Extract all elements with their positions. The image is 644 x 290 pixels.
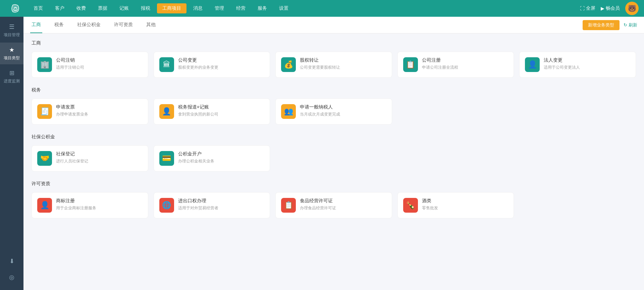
nav-item-工商项目[interactable]: 工商项目: [157, 3, 186, 13]
main-layout: ☰ 项目管理 ★ 项目类型 ⊞ 进度监测 ⬇ ◎ 工商 税务 社保公积金: [0, 17, 644, 290]
card-trademark[interactable]: 👤 商标注册 用于企业商标注册服务: [32, 192, 148, 218]
card-info: 申请一般纳税人 当月或次月成变更完成: [300, 104, 386, 117]
nav-item-客户[interactable]: 客户: [50, 3, 70, 13]
card-info: 进出口权办理 适用于对外贸易经营者: [178, 198, 265, 211]
card-desc: 适用于对外贸易经营者: [178, 205, 265, 211]
company-change-icon: 🏛: [159, 57, 174, 72]
card-desc: 适用于注销公司: [56, 65, 143, 70]
nav-item-记账[interactable]: 记账: [114, 3, 134, 13]
tab-shebao[interactable]: 社保公积金: [76, 17, 102, 33]
nav-item-设置[interactable]: 设置: [274, 3, 294, 13]
card-desc: 拿到营业执照的新公司: [178, 112, 265, 117]
card-info: 税务报道+记账 拿到营业执照的新公司: [178, 104, 265, 117]
download-icon: ⬇: [8, 257, 16, 265]
content-area: 工商 税务 社保公积金 许可资质 其他 新增业务类型 ↻ 刷新 工商: [23, 17, 644, 290]
card-info: 申请发票 办理申请发票业务: [56, 104, 143, 117]
card-info: 公司变更 股权变更外的业务变更: [178, 57, 265, 70]
section-gongshang: 工商 🏢 公司注销 适用于注销公司 🏛 公司变更 股权变更外的业务变更: [32, 40, 636, 78]
liquor-icon: 🍾: [403, 198, 418, 213]
card-info: 商标注册 用于企业商标注册服务: [56, 198, 143, 211]
card-name: 法人变更: [544, 57, 630, 63]
nav-item-服务[interactable]: 服务: [252, 3, 272, 13]
card-company-register[interactable]: 📋 公司注册 申请公司注册全流程: [397, 52, 514, 78]
card-info: 股权转让 公司变更需要股权转让: [300, 57, 386, 70]
nav-item-票据[interactable]: 票据: [93, 3, 113, 13]
tab-qita[interactable]: 其他: [145, 17, 157, 33]
card-legal-person-change[interactable]: 👤 法人变更 适用于公司变更法人: [519, 52, 636, 78]
sidebar-item-label: 进度监测: [4, 78, 20, 84]
card-desc: 股权变更外的业务变更: [178, 65, 265, 70]
card-desc: 零售批发: [422, 205, 508, 211]
nav-item-经营[interactable]: 经营: [231, 3, 251, 13]
sidebar: ☰ 项目管理 ★ 项目类型 ⊞ 进度监测 ⬇ ◎: [0, 17, 23, 290]
card-info: 社保登记 进行人员社保登记: [56, 151, 143, 164]
card-name: 申请发票: [56, 104, 143, 110]
nav-item-管理[interactable]: 管理: [209, 3, 229, 13]
tab-shuiwu[interactable]: 税务: [53, 17, 65, 33]
nav-item-消息[interactable]: 消息: [188, 3, 208, 13]
card-name: 进出口权办理: [178, 198, 265, 204]
section-xuke: 许可资质 👤 商标注册 用于企业商标注册服务 🌐 进出口权办理 适用于对外: [32, 181, 636, 218]
project-type-icon: ★: [8, 46, 16, 54]
sidebar-item-project-management[interactable]: ☰ 项目管理: [0, 19, 23, 41]
tab-bar: 工商 税务 社保公积金 许可资质 其他 新增业务类型 ↻ 刷新: [23, 17, 644, 33]
card-invoice-apply[interactable]: 🧾 申请发票 办理申请发票业务: [32, 98, 148, 125]
refresh-button[interactable]: ↻ 刷新: [624, 22, 637, 28]
card-info: 公积金开户 办理公积金相关业务: [178, 151, 265, 164]
card-desc: 公司变更需要股权转让: [300, 65, 386, 70]
card-food-permit[interactable]: 📋 食品经营许可证 办理食品经营许可证: [275, 192, 392, 218]
nav-item-首页[interactable]: 首页: [28, 3, 48, 13]
company-register-icon: 📋: [403, 57, 418, 72]
sidebar-item-project-type[interactable]: ★ 项目类型: [0, 43, 23, 64]
sidebar-bottom: ⬇ ◎: [0, 254, 23, 290]
project-management-icon: ☰: [8, 23, 16, 31]
tax-report-icon: 👤: [159, 104, 174, 119]
play-icon: ▶: [601, 6, 604, 11]
card-company-change[interactable]: 🏛 公司变更 股权变更外的业务变更: [154, 52, 270, 78]
nav-item-报税[interactable]: 报税: [136, 3, 156, 13]
card-social-insurance[interactable]: 🤝 社保登记 进行人员社保登记: [32, 145, 148, 171]
member-button[interactable]: ▶ 畅会员: [601, 5, 620, 11]
section-title-xuke: 许可资质: [32, 181, 636, 187]
content-scroll[interactable]: 工商 🏢 公司注销 适用于注销公司 🏛 公司变更 股权变更外的业务变更: [23, 33, 644, 290]
nav-item-收费[interactable]: 收费: [71, 3, 91, 13]
card-import-export[interactable]: 🌐 进出口权办理 适用于对外贸易经营者: [154, 192, 270, 218]
tab-actions: 新增业务类型 ↻ 刷新: [583, 20, 637, 30]
invoice-icon: 🧾: [37, 104, 52, 119]
nav-items: 首页客户收费票据记账报税工商项目消息管理经营服务设置: [28, 3, 580, 13]
card-name: 股权转让: [300, 57, 386, 63]
fullscreen-icon: ⛶: [580, 6, 585, 11]
card-company-cancel[interactable]: 🏢 公司注销 适用于注销公司: [32, 52, 148, 78]
card-desc: 申请公司注册全流程: [422, 65, 508, 70]
section-title-gongshang: 工商: [32, 40, 636, 46]
card-liquor[interactable]: 🍾 酒类 零售批发: [397, 192, 514, 218]
tab-xuke[interactable]: 许可资质: [113, 17, 134, 33]
sidebar-item-download[interactable]: ⬇: [0, 254, 23, 269]
sidebar-item-progress-monitor[interactable]: ⊞ 进度监测: [0, 66, 23, 87]
card-equity-transfer[interactable]: 💰 股权转让 公司变更需要股权转让: [275, 52, 392, 78]
card-info: 食品经营许可证 办理食品经营许可证: [300, 198, 386, 211]
section-shuiwu: 税务 🧾 申请发票 办理申请发票业务 👤 税务报道+记账 拿到营业执照的新: [32, 87, 636, 125]
section-title-shuiwu: 税务: [32, 87, 636, 93]
add-type-button[interactable]: 新增业务类型: [583, 20, 620, 30]
company-cancel-icon: 🏢: [37, 57, 52, 72]
mascot-avatar[interactable]: 🐻: [625, 2, 639, 15]
sidebar-item-settings[interactable]: ◎: [0, 270, 23, 285]
section-title-shebao: 社保公积金: [32, 134, 636, 140]
cards-grid-gongshang: 🏢 公司注销 适用于注销公司 🏛 公司变更 股权变更外的业务变更: [32, 52, 636, 78]
sidebar-item-label: 项目管理: [4, 32, 20, 38]
card-name: 公司注册: [422, 57, 508, 63]
card-desc: 用于企业商标注册服务: [56, 205, 143, 211]
cards-grid-shuiwu: 🧾 申请发票 办理申请发票业务 👤 税务报道+记账 拿到营业执照的新公司: [32, 98, 636, 125]
trademark-icon: 👤: [37, 198, 52, 213]
card-general-taxpayer[interactable]: 👥 申请一般纳税人 当月或次月成变更完成: [275, 98, 392, 125]
card-desc: 办理申请发票业务: [56, 112, 143, 117]
fullscreen-button[interactable]: ⛶ 全屏: [580, 5, 595, 11]
card-name: 公司注销: [56, 57, 143, 63]
provident-fund-icon: 💳: [159, 151, 174, 166]
taxpayer-icon: 👥: [281, 104, 296, 119]
card-info: 法人变更 适用于公司变更法人: [544, 57, 630, 70]
card-tax-report[interactable]: 👤 税务报道+记账 拿到营业执照的新公司: [154, 98, 270, 125]
card-provident-fund[interactable]: 💳 公积金开户 办理公积金相关业务: [154, 145, 270, 171]
tab-gongshang[interactable]: 工商: [30, 17, 42, 33]
